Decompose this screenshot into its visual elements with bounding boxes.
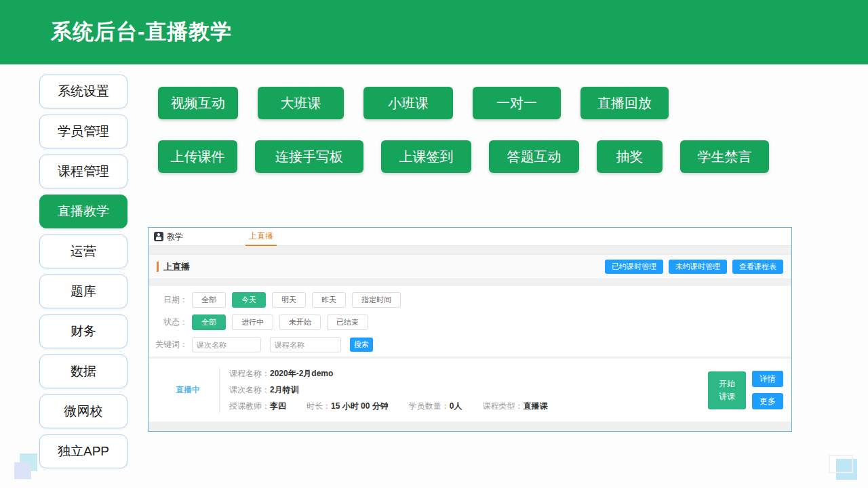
course-type-label: 课程类型： (482, 401, 523, 412)
feature-small-class-button[interactable]: 小班课 (363, 87, 453, 119)
status-filter-ongoing[interactable]: 进行中 (232, 314, 273, 330)
date-filter-label: 日期： (149, 294, 188, 306)
page-title: 系统后台-直播教学 (51, 18, 232, 46)
date-filter-custom[interactable]: 指定时间 (352, 292, 401, 308)
sidebar-item-question-bank[interactable]: 题库 (39, 274, 127, 308)
section-accent-bar (157, 262, 159, 272)
session-meta-line: 授课教师： 李四 时长： 15 小时 00 分钟 学员数量： 0人 课程类型： … (229, 401, 708, 412)
status-filter-all[interactable]: 全部 (192, 314, 226, 330)
live-admin-panel: 教学 上直播 上直播 已约课时管理 未约课时管理 查看课程表 日期： 全部 今天… (148, 227, 792, 432)
sidebar-item-finance[interactable]: 财务 (39, 314, 127, 348)
section-header: 上直播 已约课时管理 未约课时管理 查看课程表 (149, 254, 791, 279)
secondary-actions: 详情 更多 (752, 371, 783, 409)
feature-row-1: 视频互动 大班课 小班课 一对一 直播回放 (158, 87, 669, 119)
decoration-square-lavender (14, 462, 31, 479)
sidebar-item-operations[interactable]: 运营 (39, 235, 127, 268)
date-filter-tomorrow[interactable]: 明天 (272, 292, 306, 308)
teacher-label: 授课教师： (229, 401, 270, 412)
person-badge-icon (154, 232, 163, 241)
lesson-name-input[interactable] (192, 337, 261, 352)
status-filter-ended[interactable]: 已结束 (327, 314, 368, 330)
panel-brand-label: 教学 (167, 231, 183, 243)
booked-lessons-button[interactable]: 已约课时管理 (605, 260, 663, 274)
sidebar-item-student-management[interactable]: 学员管理 (39, 115, 127, 148)
feature-row-2: 上传课件 连接手写板 上课签到 答题互动 抽奖 学生禁言 (158, 140, 769, 173)
course-name-line: 课程名称： 2020年-2月demo (229, 368, 708, 380)
feature-live-replay-button[interactable]: 直播回放 (580, 87, 669, 119)
teacher-value: 李四 (270, 401, 286, 412)
session-row: 直播中 课程名称： 2020年-2月demo 课次名称： 2月特训 授课教师： … (149, 359, 791, 422)
duration-value: 15 小时 00 分钟 (331, 401, 389, 412)
duration-label: 时长： (307, 401, 331, 412)
top-banner: 系统后台-直播教学 (0, 0, 868, 64)
date-filter-yesterday[interactable]: 昨天 (312, 292, 346, 308)
keyword-filter-row: 关键词： 搜索 (149, 337, 791, 352)
panel-tabbar: 教学 上直播 (149, 228, 791, 246)
feature-handwriting-board-button[interactable]: 连接手写板 (255, 140, 363, 173)
start-teaching-line2: 讲课 (719, 390, 735, 403)
lesson-name-label: 课次名称： (229, 384, 270, 396)
status-filter-label: 状态： (149, 317, 188, 328)
session-details: 课程名称： 2020年-2月demo 课次名称： 2月特训 授课教师： 李四 时… (229, 363, 708, 417)
lesson-name-value: 2月特训 (270, 384, 299, 396)
keyword-filter-label: 关键词： (149, 339, 188, 350)
sidebar-item-micro-school[interactable]: 微网校 (39, 394, 127, 428)
course-type-meta: 课程类型： 直播课 (482, 401, 547, 412)
tab-go-live[interactable]: 上直播 (245, 228, 277, 246)
course-name-label: 课程名称： (229, 368, 270, 380)
feature-class-signin-button[interactable]: 上课签到 (381, 140, 471, 173)
start-teaching-line1: 开始 (719, 378, 735, 390)
sidebar: 系统设置 学员管理 课程管理 直播教学 运营 题库 财务 数据 微网校 独立AP… (39, 75, 127, 468)
sidebar-item-data[interactable]: 数据 (39, 354, 127, 388)
feature-student-mute-button[interactable]: 学生禁言 (680, 140, 769, 173)
filter-card: 日期： 全部 今天 明天 昨天 指定时间 状态： 全部 进行中 未开始 已结束 … (149, 286, 791, 357)
row-divider (219, 367, 220, 414)
students-value: 0人 (450, 401, 462, 412)
sidebar-item-live-teaching[interactable]: 直播教学 (39, 195, 127, 228)
teacher-meta: 授课教师： 李四 (229, 401, 286, 412)
course-name-input[interactable] (270, 337, 341, 352)
date-filter-all[interactable]: 全部 (192, 292, 226, 308)
date-filter-row: 日期： 全部 今天 明天 昨天 指定时间 (149, 292, 791, 308)
duration-meta: 时长： 15 小时 00 分钟 (307, 401, 389, 412)
feature-one-on-one-button[interactable]: 一对一 (473, 87, 561, 119)
students-meta: 学员数量： 0人 (409, 401, 462, 412)
status-filter-not-started[interactable]: 未开始 (279, 314, 321, 330)
lesson-name-line: 课次名称： 2月特训 (229, 384, 708, 396)
section-title: 上直播 (163, 261, 190, 273)
students-label: 学员数量： (409, 401, 450, 412)
feature-upload-courseware-button[interactable]: 上传课件 (158, 140, 237, 173)
detail-button[interactable]: 详情 (752, 371, 783, 387)
view-timetable-button[interactable]: 查看课程表 (732, 260, 783, 274)
sidebar-item-system-settings[interactable]: 系统设置 (39, 75, 127, 108)
unbooked-lessons-button[interactable]: 未约课时管理 (669, 260, 727, 274)
feature-quiz-interaction-button[interactable]: 答题互动 (489, 140, 579, 173)
course-type-value: 直播课 (523, 401, 547, 412)
session-actions: 开始 讲课 详情 更多 (708, 371, 783, 409)
feature-lottery-button[interactable]: 抽奖 (597, 140, 663, 173)
decoration-square-frame (829, 455, 853, 473)
start-teaching-button[interactable]: 开始 讲课 (708, 371, 746, 409)
date-filter-today[interactable]: 今天 (232, 292, 266, 308)
sidebar-item-course-management[interactable]: 课程管理 (39, 155, 127, 188)
course-name-value: 2020年-2月demo (270, 368, 333, 380)
sidebar-item-standalone-app[interactable]: 独立APP (39, 434, 127, 468)
more-button[interactable]: 更多 (752, 393, 783, 409)
feature-large-class-button[interactable]: 大班课 (258, 87, 344, 119)
search-button[interactable]: 搜索 (350, 338, 373, 352)
live-status-badge: 直播中 (157, 384, 219, 396)
feature-video-interaction-button[interactable]: 视频互动 (158, 87, 238, 119)
section-actions: 已约课时管理 未约课时管理 查看课程表 (605, 260, 783, 274)
status-filter-row: 状态： 全部 进行中 未开始 已结束 (149, 314, 791, 330)
